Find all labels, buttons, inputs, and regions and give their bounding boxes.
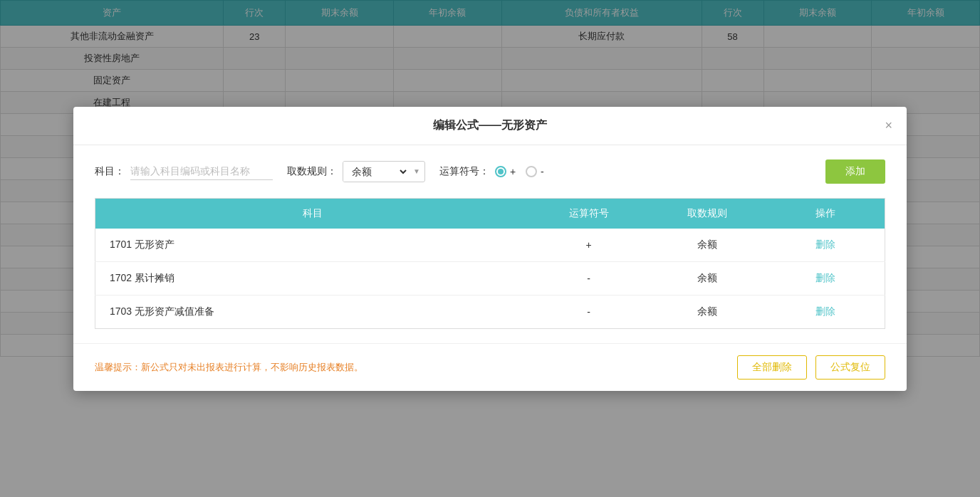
- footer-tip: 温馨提示：新公式只对未出报表进行计算，不影响历史报表数据。: [95, 361, 363, 374]
- subject-group: 科目：: [95, 162, 273, 180]
- operator-plus-item[interactable]: +: [495, 166, 516, 177]
- add-button[interactable]: 添加: [825, 159, 885, 184]
- operator-minus-radio[interactable]: [526, 166, 537, 177]
- rule-select-wrap: 余额 借方 贷方 借方累计 贷方累计 ▼: [343, 161, 425, 182]
- modal-title: 编辑公式——无形资产: [433, 118, 547, 133]
- formula-rule: 余额: [648, 229, 766, 262]
- modal-header: 编辑公式——无形资产 ×: [73, 107, 907, 145]
- formula-table-row: 1702 累计摊销-余额删除: [95, 261, 885, 295]
- formula-operator: -: [529, 295, 647, 328]
- formula-rule: 余额: [648, 261, 766, 295]
- delete-all-button[interactable]: 全部删除: [737, 355, 807, 380]
- operator-minus-item[interactable]: -: [526, 166, 544, 177]
- modal-body: 科目： 取数规则： 余额 借方 贷方 借方累计 贷方累计 ▼: [73, 145, 907, 343]
- select-arrow-icon: ▼: [409, 164, 424, 179]
- formula-table-row: 1701 无形资产+余额删除: [95, 229, 885, 262]
- formula-operator: +: [529, 229, 647, 262]
- formula-table: 科目 运算符号 取数规则 操作 1701 无形资产+余额删除1702 累计摊销-…: [95, 198, 885, 329]
- operator-minus-label: -: [541, 166, 544, 177]
- formula-subject: 1702 累计摊销: [95, 261, 530, 295]
- subject-label: 科目：: [95, 165, 125, 178]
- operator-plus-radio[interactable]: [495, 166, 506, 177]
- formula-action: 删除: [766, 229, 885, 262]
- formula-rule: 余额: [648, 295, 766, 328]
- operator-plus-label: +: [510, 166, 516, 177]
- form-row: 科目： 取数规则： 余额 借方 贷方 借方累计 贷方累计 ▼: [95, 159, 885, 184]
- operator-radio-group: + -: [495, 166, 544, 177]
- table-header-rule: 取数规则: [648, 198, 766, 229]
- rule-select[interactable]: 余额 借方 贷方 借方累计 贷方累计: [343, 162, 409, 182]
- formula-subject: 1703 无形资产减值准备: [95, 295, 530, 328]
- subject-input[interactable]: [130, 162, 273, 180]
- delete-row-button[interactable]: 删除: [815, 239, 835, 251]
- formula-operator: -: [529, 261, 647, 295]
- formula-table-row: 1703 无形资产减值准备-余额删除: [95, 295, 885, 328]
- footer-buttons: 全部删除 公式复位: [737, 355, 885, 380]
- operator-group: 运算符号： + -: [439, 165, 544, 178]
- formula-action: 删除: [766, 295, 885, 328]
- modal-overlay: 编辑公式——无形资产 × 科目： 取数规则： 余额 借方: [0, 0, 980, 497]
- table-header-subject: 科目: [95, 198, 530, 229]
- modal-dialog: 编辑公式——无形资产 × 科目： 取数规则： 余额 借方: [73, 107, 907, 391]
- table-header-operator: 运算符号: [529, 198, 647, 229]
- reset-formula-button[interactable]: 公式复位: [815, 355, 885, 380]
- rule-label: 取数规则：: [287, 165, 337, 178]
- table-header-action: 操作: [766, 198, 885, 229]
- operator-label: 运算符号：: [439, 165, 489, 178]
- rule-group: 取数规则： 余额 借方 贷方 借方累计 贷方累计 ▼: [287, 161, 425, 182]
- formula-subject: 1701 无形资产: [95, 229, 530, 262]
- formula-action: 删除: [766, 261, 885, 295]
- modal-footer: 温馨提示：新公式只对未出报表进行计算，不影响历史报表数据。 全部删除 公式复位: [73, 343, 907, 391]
- delete-row-button[interactable]: 删除: [815, 272, 835, 285]
- modal-close-button[interactable]: ×: [885, 119, 892, 132]
- delete-row-button[interactable]: 删除: [815, 305, 835, 318]
